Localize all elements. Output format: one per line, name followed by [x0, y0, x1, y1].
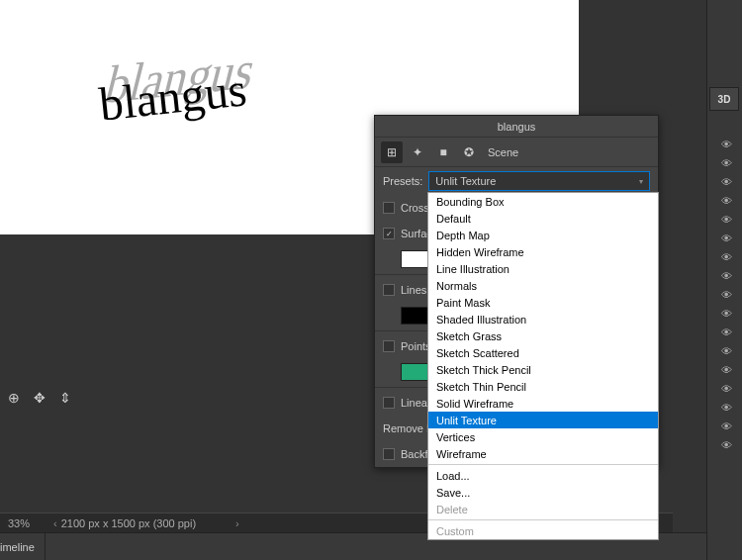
- light-tab-icon[interactable]: ✦: [407, 141, 428, 163]
- chevron-left-icon[interactable]: ‹: [53, 517, 57, 529]
- eye-icon[interactable]: 👁: [718, 308, 734, 320]
- lines-label: Lines: [401, 284, 426, 296]
- nav-3d-tools: ⊕ ✥ ⇕: [5, 389, 74, 407]
- eye-icon[interactable]: 👁: [718, 195, 734, 207]
- eye-icon[interactable]: 👁: [718, 251, 734, 263]
- eye-icon[interactable]: 👁: [718, 289, 734, 301]
- chevron-right-icon[interactable]: ›: [235, 517, 239, 529]
- eye-icon[interactable]: 👁: [718, 233, 734, 244]
- dropdown-separator: [428, 519, 658, 520]
- dropdown-item[interactable]: Solid Wireframe: [428, 395, 658, 412]
- cross-section-checkbox[interactable]: [383, 202, 395, 214]
- camera-tab-icon[interactable]: ■: [432, 141, 454, 163]
- surface-checkbox[interactable]: [383, 228, 395, 239]
- eye-icon[interactable]: 👁: [718, 420, 734, 432]
- points-checkbox[interactable]: [383, 340, 395, 352]
- backface-checkbox[interactable]: [383, 448, 395, 460]
- dropdown-load[interactable]: Load...: [428, 467, 658, 484]
- right-panel-rail: 3D 👁 👁 👁 👁 👁 👁 👁 👁 👁 👁 👁 👁 👁 👁 👁 👁 👁: [706, 0, 742, 560]
- eye-icon[interactable]: 👁: [718, 176, 734, 188]
- eye-icon[interactable]: 👁: [718, 139, 734, 150]
- linearize-checkbox[interactable]: [383, 397, 395, 409]
- dropdown-custom: Custom: [428, 522, 658, 539]
- scene-tab-icon[interactable]: ⊞: [381, 141, 403, 163]
- dolly-icon[interactable]: ⇕: [56, 389, 74, 407]
- dropdown-item[interactable]: Vertices: [428, 428, 658, 445]
- eye-icon[interactable]: 👁: [718, 364, 734, 376]
- presets-value: Unlit Texture: [435, 175, 496, 187]
- eye-icon[interactable]: 👁: [718, 157, 734, 169]
- tab-3d[interactable]: 3D: [709, 87, 739, 111]
- eye-icon[interactable]: 👁: [718, 270, 734, 282]
- eye-icon[interactable]: 👁: [718, 402, 734, 414]
- eye-icon[interactable]: 👁: [718, 345, 734, 357]
- mesh-tab-icon[interactable]: ✪: [458, 141, 480, 163]
- dropdown-item-selected[interactable]: Unlit Texture: [428, 412, 658, 428]
- dropdown-item[interactable]: Sketch Scattered: [428, 344, 658, 361]
- dropdown-item[interactable]: Shaded Illustration: [428, 311, 658, 327]
- document-dimensions: 2100 px x 1500 px (300 ppi): [61, 517, 196, 529]
- eye-icon[interactable]: 👁: [718, 214, 734, 226]
- layer-visibility-column: 👁 👁 👁 👁 👁 👁 👁 👁 👁 👁 👁 👁 👁 👁 👁 👁 👁: [718, 139, 734, 451]
- dropdown-item[interactable]: Paint Mask: [428, 294, 658, 311]
- presets-dropdown[interactable]: Unlit Texture ▾: [428, 171, 650, 191]
- pan-icon[interactable]: ✥: [31, 389, 48, 407]
- dropdown-item[interactable]: Wireframe: [428, 445, 658, 462]
- points-label: Points: [401, 340, 431, 352]
- panel-tab-row: ⊞ ✦ ■ ✪ Scene: [375, 138, 658, 167]
- dropdown-separator: [428, 464, 658, 465]
- presets-dropdown-menu: Bounding Box Default Depth Map Hidden Wi…: [427, 192, 659, 540]
- dropdown-item[interactable]: Line Illustration: [428, 260, 658, 277]
- scene-tab-label[interactable]: Scene: [488, 146, 518, 158]
- eye-icon[interactable]: 👁: [718, 439, 734, 451]
- timeline-tab[interactable]: imeline: [0, 533, 46, 560]
- dropdown-item[interactable]: Normals: [428, 277, 658, 294]
- dropdown-item[interactable]: Hidden Wireframe: [428, 243, 658, 260]
- chevron-down-icon: ▾: [639, 177, 643, 186]
- dropdown-item[interactable]: Depth Map: [428, 227, 658, 243]
- panel-title: blangus: [375, 116, 658, 138]
- presets-row: Presets: Unlit Texture ▾: [375, 167, 658, 195]
- lines-checkbox[interactable]: [383, 284, 395, 296]
- presets-label: Presets:: [383, 175, 422, 187]
- orbit-icon[interactable]: ⊕: [5, 389, 23, 407]
- dropdown-item[interactable]: Sketch Thin Pencil: [428, 378, 658, 395]
- eye-icon[interactable]: 👁: [718, 327, 734, 338]
- dropdown-item[interactable]: Default: [428, 210, 658, 227]
- dropdown-item[interactable]: Bounding Box: [428, 193, 658, 210]
- eye-icon[interactable]: 👁: [718, 383, 734, 395]
- dropdown-save[interactable]: Save...: [428, 484, 658, 501]
- zoom-level[interactable]: 33%: [8, 517, 30, 529]
- dropdown-item[interactable]: Sketch Grass: [428, 327, 658, 344]
- dropdown-item[interactable]: Sketch Thick Pencil: [428, 361, 658, 378]
- dropdown-delete: Delete: [428, 501, 658, 517]
